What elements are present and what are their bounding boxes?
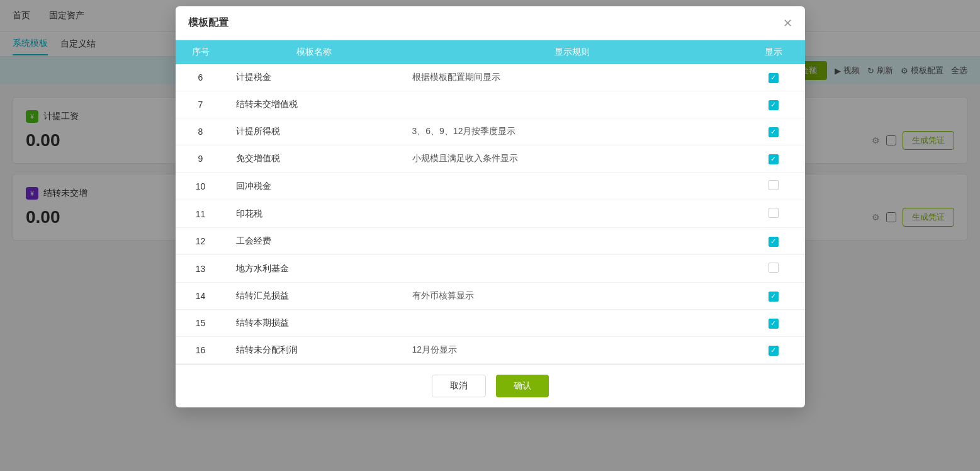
table-row: 15结转本期损益: [176, 310, 805, 337]
row-checkbox-6[interactable]: [769, 237, 779, 247]
modal-header: 模板配置 ✕: [176, 6, 805, 40]
table-row: 7结转未交增值税: [176, 91, 805, 118]
confirm-button[interactable]: 确认: [496, 375, 549, 397]
cell-rule: 12月份显示: [402, 337, 742, 364]
cell-seq: 10: [176, 173, 226, 200]
cell-rule: [402, 255, 742, 283]
table-row: 8计提所得税3、6、9、12月按季度显示: [176, 118, 805, 145]
cell-checkbox[interactable]: [742, 173, 805, 200]
cell-rule: 根据模板配置期间显示: [402, 64, 742, 91]
row-checkbox-9[interactable]: [769, 319, 779, 329]
col-header-display: 显示: [742, 40, 805, 64]
table-row: 9免交增值税小规模且满足收入条件显示: [176, 145, 805, 173]
cell-checkbox[interactable]: [742, 118, 805, 145]
cell-seq: 13: [176, 255, 226, 283]
cell-name: 地方水利基金: [226, 255, 402, 283]
row-checkbox-10[interactable]: [769, 346, 779, 356]
cell-checkbox[interactable]: [742, 64, 805, 91]
table-row: 11印花税: [176, 200, 805, 228]
cell-name: 结转本期损益: [226, 310, 402, 337]
cell-name: 结转汇兑损益: [226, 283, 402, 310]
table-row: 14结转汇兑损益有外币核算显示: [176, 283, 805, 310]
config-table: 序号 模板名称 显示规则 显示 6计提税金根据模板配置期间显示7结转未交增值税8…: [176, 40, 805, 364]
cell-name: 印花税: [226, 200, 402, 228]
cell-rule: 小规模且满足收入条件显示: [402, 145, 742, 173]
modal-overlay: 模板配置 ✕ 序号 模板名称 显示规则 显示 6: [0, 0, 980, 471]
table-row: 16结转未分配利润12月份显示: [176, 337, 805, 364]
cell-rule: [402, 200, 742, 228]
modal-close-button[interactable]: ✕: [783, 18, 792, 29]
cell-checkbox[interactable]: [742, 200, 805, 228]
row-checkbox-0[interactable]: [769, 73, 779, 83]
cell-rule: 3、6、9、12月按季度显示: [402, 118, 742, 145]
cell-name: 结转未交增值税: [226, 91, 402, 118]
cell-checkbox[interactable]: [742, 255, 805, 283]
modal-template-config: 模板配置 ✕ 序号 模板名称 显示规则 显示 6: [176, 6, 805, 407]
cell-checkbox[interactable]: [742, 283, 805, 310]
cell-seq: 11: [176, 200, 226, 228]
cell-name: 计提税金: [226, 64, 402, 91]
row-checkbox-7[interactable]: [769, 263, 779, 273]
cell-name: 计提所得税: [226, 118, 402, 145]
row-checkbox-1[interactable]: [769, 100, 779, 110]
col-header-seq: 序号: [176, 40, 226, 64]
cell-name: 工会经费: [226, 228, 402, 255]
table-row: 13地方水利基金: [176, 255, 805, 283]
cell-seq: 8: [176, 118, 226, 145]
row-checkbox-4[interactable]: [769, 180, 779, 190]
cell-rule: [402, 228, 742, 255]
cell-checkbox[interactable]: [742, 310, 805, 337]
modal-title: 模板配置: [188, 16, 228, 30]
cell-seq: 15: [176, 310, 226, 337]
cancel-button[interactable]: 取消: [432, 375, 486, 397]
table-wrapper: 序号 模板名称 显示规则 显示 6计提税金根据模板配置期间显示7结转未交增值税8…: [176, 40, 805, 364]
row-checkbox-8[interactable]: [769, 292, 779, 302]
cell-seq: 7: [176, 91, 226, 118]
cell-name: 结转未分配利润: [226, 337, 402, 364]
cell-seq: 14: [176, 283, 226, 310]
cell-checkbox[interactable]: [742, 91, 805, 118]
modal-footer: 取消 确认: [176, 364, 805, 407]
cell-checkbox[interactable]: [742, 228, 805, 255]
cell-seq: 16: [176, 337, 226, 364]
cell-name: 免交增值税: [226, 145, 402, 173]
col-header-name: 模板名称: [226, 40, 402, 64]
table-row: 10回冲税金: [176, 173, 805, 200]
cell-seq: 6: [176, 64, 226, 91]
row-checkbox-5[interactable]: [769, 208, 779, 218]
cell-seq: 9: [176, 145, 226, 173]
row-checkbox-2[interactable]: [769, 127, 779, 137]
cell-checkbox[interactable]: [742, 337, 805, 364]
cell-name: 回冲税金: [226, 173, 402, 200]
table-header: 序号 模板名称 显示规则 显示: [176, 40, 805, 64]
row-checkbox-3[interactable]: [769, 154, 779, 164]
table-body: 6计提税金根据模板配置期间显示7结转未交增值税8计提所得税3、6、9、12月按季…: [176, 64, 805, 364]
table-row: 6计提税金根据模板配置期间显示: [176, 64, 805, 91]
cell-checkbox[interactable]: [742, 145, 805, 173]
cell-seq: 12: [176, 228, 226, 255]
cell-rule: [402, 91, 742, 118]
cell-rule: 有外币核算显示: [402, 283, 742, 310]
cell-rule: [402, 310, 742, 337]
cell-rule: [402, 173, 742, 200]
modal-body: 序号 模板名称 显示规则 显示 6计提税金根据模板配置期间显示7结转未交增值税8…: [176, 40, 805, 364]
table-row: 12工会经费: [176, 228, 805, 255]
col-header-rule: 显示规则: [402, 40, 742, 64]
